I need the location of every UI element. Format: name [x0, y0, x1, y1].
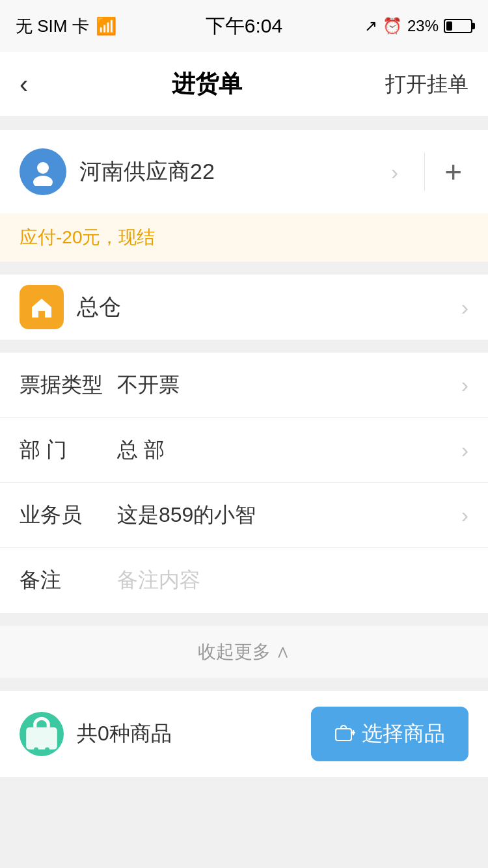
supplier-section: 河南供应商22 › +: [0, 130, 488, 213]
department-label: 部 门: [20, 436, 111, 465]
back-button[interactable]: ‹: [20, 70, 28, 99]
salesperson-value: 这是859的小智: [111, 501, 461, 530]
open-pending-button[interactable]: 打开挂单: [385, 70, 468, 99]
status-time: 下午6:04: [206, 13, 282, 40]
notice-text: 应付-20元，现结: [20, 227, 155, 247]
notice-banner: 应付-20元，现结: [0, 213, 488, 262]
warehouse-section: 总仓 ›: [0, 275, 488, 340]
status-right: ↗ ⏰ 23%: [364, 17, 472, 35]
svg-point-4: [45, 747, 49, 752]
status-left: 无 SIM 卡 📶: [16, 15, 116, 38]
department-row[interactable]: 部 门 总 部 ›: [0, 418, 488, 483]
product-icon: [20, 712, 64, 756]
invoice-type-value: 不开票: [111, 371, 461, 400]
divider-vertical: [424, 152, 425, 191]
cart-icon: [20, 712, 64, 756]
supplier-name: 河南供应商22: [79, 157, 391, 187]
person-icon: [29, 157, 57, 186]
remark-row[interactable]: 备注 备注内容: [0, 548, 488, 613]
collapse-label: 收起更多 ∧: [198, 640, 291, 664]
product-count-label: 共0种商品: [77, 720, 311, 748]
salesperson-label: 业务员: [20, 501, 111, 530]
home-icon: [29, 294, 55, 320]
salesperson-chevron-icon: ›: [461, 502, 468, 528]
battery-percent: 23%: [407, 17, 439, 35]
svg-point-3: [34, 747, 38, 752]
invoice-type-label: 票据类型: [20, 371, 111, 400]
battery-icon: [444, 19, 472, 33]
carrier-label: 无 SIM 卡: [16, 15, 89, 38]
add-supplier-button[interactable]: +: [438, 154, 468, 189]
nav-bar: ‹ 进货单 打开挂单: [0, 52, 488, 117]
department-value: 总 部: [111, 436, 461, 465]
svg-rect-5: [336, 729, 351, 740]
bottom-background: [0, 777, 488, 868]
wifi-icon: 📶: [96, 16, 116, 36]
status-bar: 无 SIM 卡 📶 下午6:04 ↗ ⏰ 23%: [0, 0, 488, 52]
supplier-avatar: [20, 148, 66, 195]
select-product-button[interactable]: 选择商品: [311, 707, 468, 761]
page-title: 进货单: [172, 68, 242, 100]
form-section: 票据类型 不开票 › 部 门 总 部 › 业务员 这是859的小智 › 备注 备…: [0, 353, 488, 613]
warehouse-chevron-icon: ›: [461, 295, 468, 320]
svg-point-0: [37, 162, 49, 174]
select-product-label: 选择商品: [362, 720, 445, 748]
location-icon: ↗: [364, 17, 377, 35]
salesperson-row[interactable]: 业务员 这是859的小智 ›: [0, 483, 488, 548]
remark-label: 备注: [20, 566, 111, 595]
remark-input[interactable]: 备注内容: [111, 566, 468, 595]
warehouse-row[interactable]: 总仓 ›: [0, 275, 488, 340]
warehouse-label: 总仓: [77, 292, 461, 322]
alarm-icon: ⏰: [383, 17, 402, 35]
svg-rect-2: [26, 727, 57, 750]
svg-point-1: [33, 176, 53, 186]
collapse-row[interactable]: 收起更多 ∧: [0, 626, 488, 678]
select-product-icon: [334, 724, 355, 744]
invoice-type-row[interactable]: 票据类型 不开票 ›: [0, 353, 488, 418]
product-section: 共0种商品 选择商品: [0, 691, 488, 777]
warehouse-icon: [20, 285, 64, 329]
section-gap-1: [0, 117, 488, 130]
invoice-type-chevron-icon: ›: [461, 372, 468, 398]
supplier-row[interactable]: 河南供应商22 ›: [20, 130, 411, 213]
department-chevron-icon: ›: [461, 437, 468, 463]
supplier-chevron-icon: ›: [391, 159, 398, 185]
